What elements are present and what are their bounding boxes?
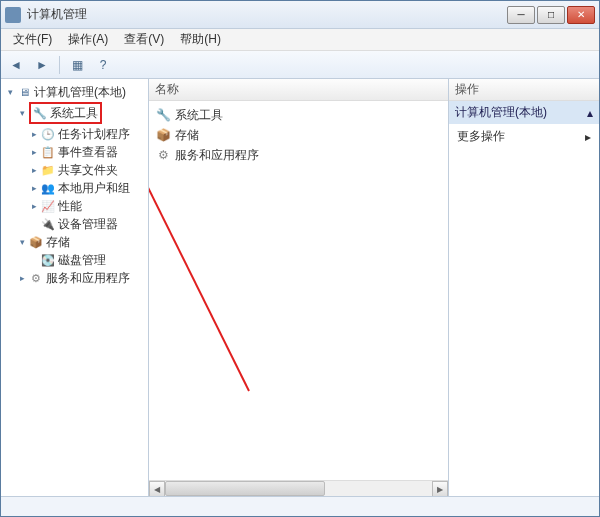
window-controls: ─ □ ✕ — [507, 6, 595, 24]
tree-label: 设备管理器 — [58, 216, 118, 232]
computer-icon: 🖥 — [17, 85, 31, 99]
list-item[interactable]: 📦 存储 — [155, 125, 442, 145]
list-pane: 名称 🔧 系统工具 📦 存储 ⚙ 服务和应用程序 — [149, 79, 449, 496]
gear-icon: ⚙ — [155, 147, 171, 163]
tree-label: 存储 — [46, 234, 70, 250]
event-icon: 📋 — [41, 145, 55, 159]
collapse-icon[interactable]: ▾ — [17, 108, 27, 118]
chevron-up-icon: ▴ — [587, 106, 593, 120]
annotation-arrow — [149, 121, 429, 496]
toolbar: ◄ ► ▦ ? — [1, 51, 599, 79]
actions-section[interactable]: 计算机管理(本地) ▴ — [449, 101, 599, 124]
content: ▾ 🖥 计算机管理(本地) ▾ 🔧 系统工具 ▸ 🕒 任务计划程序 — [1, 79, 599, 496]
tree-label: 事件查看器 — [58, 144, 118, 160]
list-header-label: 名称 — [155, 81, 179, 98]
forward-button[interactable]: ► — [31, 54, 53, 76]
expand-icon[interactable]: ▸ — [29, 183, 39, 193]
tree-label: 磁盘管理 — [58, 252, 106, 268]
collapse-icon[interactable]: ▾ — [5, 87, 15, 97]
menu-help[interactable]: 帮助(H) — [172, 29, 229, 50]
leaf-icon — [29, 219, 39, 229]
actions-pane: 操作 计算机管理(本地) ▴ 更多操作 ▸ — [449, 79, 599, 496]
tree-system-tools[interactable]: ▾ 🔧 系统工具 — [15, 101, 146, 125]
list-item-label: 服务和应用程序 — [175, 147, 259, 163]
scroll-track[interactable] — [165, 481, 432, 496]
tree-root[interactable]: ▾ 🖥 计算机管理(本地) — [3, 83, 146, 101]
actions-more-link[interactable]: 更多操作 ▸ — [449, 124, 599, 149]
gear-icon: ⚙ — [29, 271, 43, 285]
menu-action[interactable]: 操作(A) — [60, 29, 116, 50]
wrench-icon: 🔧 — [155, 107, 171, 123]
disk-icon: 💽 — [41, 253, 55, 267]
list-item-label: 存储 — [175, 127, 199, 143]
device-icon: 🔌 — [41, 217, 55, 231]
close-button[interactable]: ✕ — [567, 6, 595, 24]
tree-label: 本地用户和组 — [58, 180, 130, 196]
tree-label: 服务和应用程序 — [46, 270, 130, 286]
tree-label: 任务计划程序 — [58, 126, 130, 142]
expand-icon[interactable]: ▸ — [29, 147, 39, 157]
window: 计算机管理 ─ □ ✕ 文件(F) 操作(A) 查看(V) 帮助(H) ◄ ► … — [0, 0, 600, 517]
minimize-button[interactable]: ─ — [507, 6, 535, 24]
list-column-header[interactable]: 名称 — [149, 79, 448, 101]
scroll-left-button[interactable]: ◀ — [149, 481, 165, 496]
storage-icon: 📦 — [155, 127, 171, 143]
expand-icon[interactable]: ▸ — [29, 201, 39, 211]
scroll-right-button[interactable]: ▶ — [432, 481, 448, 496]
performance-icon: 📈 — [41, 199, 55, 213]
window-title: 计算机管理 — [27, 6, 507, 23]
leaf-icon — [29, 255, 39, 265]
list-body[interactable]: 🔧 系统工具 📦 存储 ⚙ 服务和应用程序 ◀ — [149, 101, 448, 496]
annotation-highlight: 🔧 系统工具 — [29, 102, 102, 124]
tree-label: 共享文件夹 — [58, 162, 118, 178]
users-icon: 👥 — [41, 181, 55, 195]
tree-pane[interactable]: ▾ 🖥 计算机管理(本地) ▾ 🔧 系统工具 ▸ 🕒 任务计划程序 — [1, 79, 149, 496]
clock-icon: 🕒 — [41, 127, 55, 141]
list-item-label: 系统工具 — [175, 107, 223, 123]
actions-body: 计算机管理(本地) ▴ 更多操作 ▸ — [449, 101, 599, 496]
back-button[interactable]: ◄ — [5, 54, 27, 76]
expand-icon[interactable]: ▸ — [29, 165, 39, 175]
expand-icon[interactable]: ▸ — [17, 273, 27, 283]
storage-icon: 📦 — [29, 235, 43, 249]
menu-view[interactable]: 查看(V) — [116, 29, 172, 50]
menu-file[interactable]: 文件(F) — [5, 29, 60, 50]
tree-label: 系统工具 — [50, 105, 98, 121]
tree-shared-folders[interactable]: ▸ 📁 共享文件夹 — [27, 161, 146, 179]
titlebar: 计算机管理 ─ □ ✕ — [1, 1, 599, 29]
expand-icon[interactable]: ▸ — [29, 129, 39, 139]
app-icon — [5, 7, 21, 23]
chevron-right-icon: ▸ — [585, 130, 591, 144]
actions-link-label: 更多操作 — [457, 128, 505, 145]
tree-storage[interactable]: ▾ 📦 存储 — [15, 233, 146, 251]
list-item[interactable]: 🔧 系统工具 — [155, 105, 442, 125]
maximize-button[interactable]: □ — [537, 6, 565, 24]
scroll-thumb[interactable] — [165, 481, 325, 496]
menubar: 文件(F) 操作(A) 查看(V) 帮助(H) — [1, 29, 599, 51]
tree-local-users[interactable]: ▸ 👥 本地用户和组 — [27, 179, 146, 197]
collapse-icon[interactable]: ▾ — [17, 237, 27, 247]
statusbar — [1, 496, 599, 516]
tree-services-apps[interactable]: ▸ ⚙ 服务和应用程序 — [15, 269, 146, 287]
toolbar-separator — [59, 56, 60, 74]
svg-line-0 — [149, 129, 249, 391]
tree-performance[interactable]: ▸ 📈 性能 — [27, 197, 146, 215]
tree-event-viewer[interactable]: ▸ 📋 事件查看器 — [27, 143, 146, 161]
tree-task-scheduler[interactable]: ▸ 🕒 任务计划程序 — [27, 125, 146, 143]
horizontal-scrollbar[interactable]: ◀ ▶ — [149, 480, 448, 496]
wrench-icon: 🔧 — [33, 106, 47, 120]
tree-disk-management[interactable]: 💽 磁盘管理 — [27, 251, 146, 269]
help-button[interactable]: ? — [92, 54, 114, 76]
tree-label: 计算机管理(本地) — [34, 84, 126, 100]
actions-header-label: 操作 — [455, 81, 479, 98]
folder-icon: 📁 — [41, 163, 55, 177]
actions-header: 操作 — [449, 79, 599, 101]
tree-label: 性能 — [58, 198, 82, 214]
tree-device-manager[interactable]: 🔌 设备管理器 — [27, 215, 146, 233]
properties-button[interactable]: ▦ — [66, 54, 88, 76]
actions-section-label: 计算机管理(本地) — [455, 104, 547, 121]
list-item[interactable]: ⚙ 服务和应用程序 — [155, 145, 442, 165]
